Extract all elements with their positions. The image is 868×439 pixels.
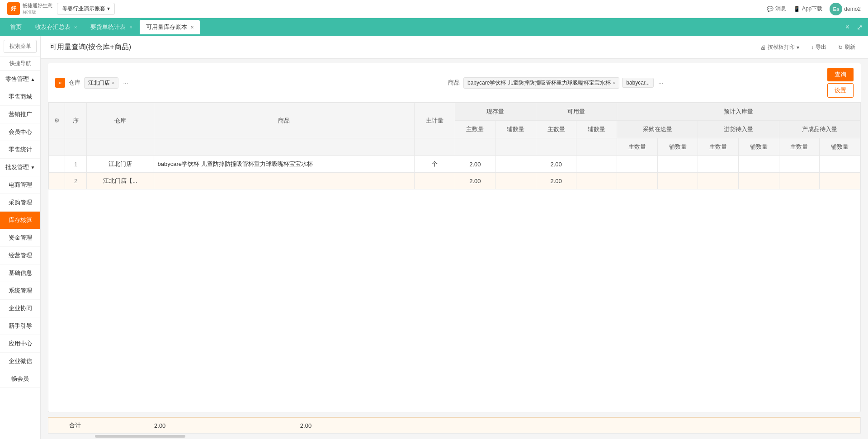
td-pp-main bbox=[698, 156, 739, 173]
th-available-aux-qty: 辅数量 bbox=[576, 121, 617, 138]
sidebar-item-enterprise-wechat[interactable]: 企业微信 bbox=[0, 353, 40, 370]
top-bar-right: 💬 消息 📱 App下载 Ea demo2 bbox=[767, 3, 861, 15]
message-icon: 💬 bbox=[767, 6, 774, 12]
th-purchase-transit: 采购在途量 bbox=[617, 121, 698, 138]
td-available-main-qty: 2.00 bbox=[536, 173, 576, 189]
export-btn[interactable]: ↓ 导出 bbox=[807, 42, 830, 53]
refresh-label: 刷新 bbox=[844, 43, 855, 51]
footer-current-aux-qty bbox=[196, 422, 269, 429]
sidebar-item-member[interactable]: 会员中心 bbox=[0, 123, 40, 141]
page-title: 可用量查询(按仓库+商品) bbox=[50, 42, 131, 52]
sidebar-item-label: 企业微信 bbox=[9, 357, 32, 365]
sidebar-item-new-guide[interactable]: 新手引导 bbox=[0, 317, 40, 335]
print-label: 按模板打印 bbox=[768, 43, 795, 51]
close-icon[interactable]: × bbox=[129, 24, 132, 30]
message-btn[interactable]: 💬 消息 bbox=[767, 5, 786, 13]
main-layout: 搜索菜单 快捷导航 零售管理 ▲ 零售商城 营销推广 会员中心 零售统计 批发管… bbox=[0, 36, 868, 439]
sidebar-item-label: 新手引导 bbox=[9, 322, 32, 330]
chevron-down-icon: ▾ bbox=[797, 44, 799, 51]
td-pt-aux bbox=[657, 173, 698, 189]
settings-icon: ⚙ bbox=[54, 117, 60, 124]
table-row: 1 江北门店 babycare学饮杯 儿童防摔防撞吸管杯重力球吸嘴杯宝宝水杯 个… bbox=[49, 156, 860, 173]
sidebar-item-member2[interactable]: 畅会员 bbox=[0, 370, 40, 388]
td-empty bbox=[49, 156, 65, 173]
scroll-bar[interactable] bbox=[48, 434, 861, 439]
th-empty6 bbox=[455, 138, 495, 156]
sidebar-item-inventory[interactable]: 库存核算 bbox=[0, 212, 40, 229]
chevron-icon: ▼ bbox=[31, 165, 35, 170]
th-pt-main: 主数量 bbox=[617, 138, 658, 156]
tab-receive-send[interactable]: 收发存汇总表 × bbox=[29, 20, 83, 34]
warehouse-tag-close[interactable]: × bbox=[112, 80, 114, 85]
close-all-tabs-btn[interactable]: × bbox=[844, 21, 851, 33]
close-icon[interactable]: × bbox=[191, 24, 193, 30]
th-pp-aux: 辅数量 bbox=[738, 138, 779, 156]
refresh-btn[interactable]: ↻ 刷新 bbox=[835, 42, 859, 53]
sidebar-item-operations[interactable]: 经营管理 bbox=[0, 247, 40, 264]
chevron-icon: ▲ bbox=[31, 77, 35, 82]
sidebar-item-finance[interactable]: 资金管理 bbox=[0, 229, 40, 247]
th-empty3 bbox=[87, 138, 154, 156]
sidebar-item-label: 应用中心 bbox=[9, 340, 32, 348]
filter-expand-btn[interactable]: » bbox=[55, 78, 65, 88]
td-available-main-qty: 2.00 bbox=[536, 156, 576, 173]
footer-pp-main bbox=[561, 422, 634, 429]
fullscreen-btn[interactable]: ⤢ bbox=[855, 21, 864, 33]
query-btn[interactable]: 查询 bbox=[827, 68, 854, 81]
product-tag-2: babycar... bbox=[622, 78, 654, 88]
sidebar-item-system-mgmt[interactable]: 系统管理 bbox=[0, 282, 40, 300]
sidebar: 搜索菜单 快捷导航 零售管理 ▲ 零售商城 营销推广 会员中心 零售统计 批发管… bbox=[0, 36, 41, 439]
sidebar-item-wholesale-mgmt[interactable]: 批发管理 ▼ bbox=[0, 159, 40, 176]
app-label: App下载 bbox=[802, 5, 822, 13]
sidebar-item-purchase[interactable]: 采购管理 bbox=[0, 194, 40, 212]
th-num: 序 bbox=[65, 103, 87, 138]
scroll-thumb[interactable] bbox=[95, 435, 185, 438]
close-icon[interactable]: × bbox=[74, 24, 77, 30]
warehouse-more-btn[interactable]: ··· bbox=[121, 80, 130, 86]
industry-selector[interactable]: 母婴行业演示账套 ▾ bbox=[57, 3, 115, 15]
warehouse-label: 仓库 bbox=[69, 79, 80, 87]
td-pt-main bbox=[617, 156, 658, 173]
tab-available-stock-label: 可用量库存账本 bbox=[146, 23, 187, 31]
sidebar-item-ecommerce[interactable]: 电商管理 bbox=[0, 176, 40, 194]
print-icon: 🖨 bbox=[760, 44, 766, 51]
tab-order-stats[interactable]: 要货单统计表 × bbox=[84, 20, 138, 34]
user-area[interactable]: Ea demo2 bbox=[830, 3, 861, 15]
tab-available-stock[interactable]: 可用量库存账本 × bbox=[140, 20, 200, 34]
username: demo2 bbox=[844, 6, 861, 12]
message-label: 消息 bbox=[775, 5, 786, 13]
app-download-btn[interactable]: 📱 App下载 bbox=[793, 5, 822, 13]
print-btn[interactable]: 🖨 按模板打印 ▾ bbox=[757, 42, 803, 53]
product-more-btn[interactable]: ··· bbox=[656, 80, 665, 86]
tab-receive-send-label: 收发存汇总表 bbox=[35, 23, 71, 31]
product-tag-1-close[interactable]: × bbox=[613, 80, 615, 85]
th-empty8 bbox=[536, 138, 576, 156]
td-main-unit bbox=[414, 173, 455, 189]
sidebar-item-marketing[interactable]: 营销推广 bbox=[0, 106, 40, 123]
th-empty9 bbox=[576, 138, 617, 156]
filter-product-tags: babycare学饮杯 儿童防摔防撞吸管杯重力球吸嘴杯宝宝水杯 × babyca… bbox=[463, 77, 824, 89]
sidebar-item-retail-mgmt[interactable]: 零售管理 ▲ bbox=[0, 71, 40, 88]
refresh-icon: ↻ bbox=[838, 44, 843, 51]
product-label: 商品 bbox=[448, 79, 460, 87]
search-menu-btn[interactable]: 搜索菜单 bbox=[4, 40, 37, 53]
td-empty bbox=[49, 173, 65, 189]
sidebar-item-enterprise-collab[interactable]: 企业协同 bbox=[0, 300, 40, 317]
sidebar-item-label: 批发管理 bbox=[5, 163, 29, 171]
sidebar-item-retail-store[interactable]: 零售商城 bbox=[0, 88, 40, 106]
th-settings[interactable]: ⚙ bbox=[49, 103, 65, 138]
tab-home[interactable]: 首页 bbox=[4, 20, 28, 34]
sidebar-item-label: 会员中心 bbox=[9, 128, 32, 136]
td-current-main-qty: 2.00 bbox=[455, 156, 495, 173]
sidebar-quick-nav[interactable]: 快捷导航 bbox=[0, 57, 40, 71]
settings-btn[interactable]: 设置 bbox=[827, 83, 854, 98]
td-pp-aux bbox=[738, 156, 779, 173]
sidebar-item-retail-stats[interactable]: 零售统计 bbox=[0, 141, 40, 159]
warehouse-tag-text: 江北门店 bbox=[88, 79, 110, 87]
sidebar-item-app-center[interactable]: 应用中心 bbox=[0, 335, 40, 353]
th-expected-in: 预计入库量 bbox=[617, 103, 860, 121]
export-label: 导出 bbox=[816, 43, 826, 51]
sidebar-item-basic-info[interactable]: 基础信息 bbox=[0, 264, 40, 282]
sidebar-item-label: 零售统计 bbox=[9, 146, 32, 154]
logo-area: 好 畅捷通好生意 标准版 bbox=[7, 2, 52, 15]
